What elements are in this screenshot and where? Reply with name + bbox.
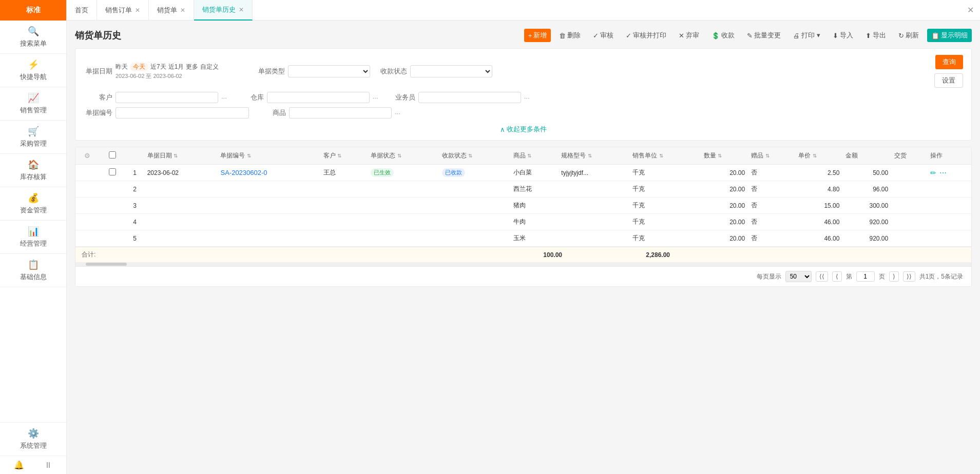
th-date[interactable]: 单据日期 ⇅ [144,147,218,165]
print-icon: 🖨 [793,32,800,40]
sidebar-item-finance[interactable]: 💰 资金管理 [0,187,66,221]
date-quick-1month[interactable]: 近1月 [168,63,184,71]
last-page-button[interactable]: ⟩⟩ [903,271,915,282]
abandon-button[interactable]: ✕ 弃审 [675,29,703,42]
sidebar-footer-icon2[interactable]: ⏸ [44,461,52,470]
date-quick-7days[interactable]: 近7天 [150,63,166,71]
filter-goods: 商品 ··· [257,107,400,118]
td-action: ✏ ⋯ [927,165,971,181]
sidebar-item-purchase[interactable]: 🛒 采购管理 [0,121,66,154]
th-unit-price[interactable]: 单价 ⇅ [795,147,842,165]
quick-nav-icon: ⚡ [28,59,39,70]
th-goods[interactable]: 商品 ⇅ [510,147,558,165]
per-page-select[interactable]: 50 10 20 100 [785,271,812,282]
filter-payment-status-select[interactable] [410,65,492,77]
th-doc-no[interactable]: 单据编号 ⇅ [217,147,320,165]
filter-customer-ellipsis[interactable]: ··· [221,94,227,102]
doc-no-link[interactable]: SA-20230602-0 [220,169,267,176]
tab-bar-close-all[interactable]: ✕ [961,5,980,15]
td-trade [891,198,927,214]
filter-doc-no-input[interactable] [116,107,249,118]
page-number-input[interactable] [856,271,875,282]
sort-unit-icon: ⇅ [659,153,663,159]
tab-sales-delivery-close[interactable]: ✕ [180,7,185,14]
td-amount: 300.00 [842,198,891,214]
import-icon: ⬇ [833,32,838,40]
footer-total-amount: 2,286.00 [629,251,670,259]
delete-button[interactable]: 🗑 删除 [555,29,585,42]
collect-label: 收款 [721,31,735,40]
sidebar-item-inventory[interactable]: 🏠 库存核算 [0,154,66,187]
export-icon: ⬆ [866,32,871,40]
th-doc-status[interactable]: 单据状态 ⇅ [368,147,439,165]
tab-sales-delivery[interactable]: 销货单 ✕ [149,0,194,21]
filter-warehouse-input[interactable] [267,92,370,103]
filter-customer-input[interactable] [116,92,218,103]
th-qty[interactable]: 数量 ⇅ [701,147,748,165]
sidebar-item-operations[interactable]: 📊 经营管理 [0,221,66,254]
delete-icon: 🗑 [559,32,566,40]
filter-goods-ellipsis[interactable]: ··· [395,109,400,117]
td-action [927,214,971,230]
horizontal-scrollbar[interactable] [75,262,971,266]
date-quick-custom[interactable]: 自定义 [200,63,219,71]
sidebar-item-basic-info[interactable]: 📋 基础信息 [0,254,66,287]
footer-label: 合计: [82,250,123,259]
print-button[interactable]: 🖨 打印 ▾ [789,29,824,42]
th-customer[interactable]: 客户 ⇅ [320,147,368,165]
column-settings-icon[interactable]: ⚙ [84,152,90,160]
sidebar-item-quick-nav[interactable]: ⚡ 快捷导航 [0,54,66,87]
filter-salesperson-ellipsis[interactable]: ··· [524,94,530,102]
filter-salesperson-input[interactable] [418,92,521,103]
tab-sales-history-label: 销货单历史 [202,5,236,14]
sidebar-item-system[interactable]: ⚙️ 系统管理 [0,422,66,456]
tab-sales-order[interactable]: 销售订单 ✕ [97,0,149,21]
td-settings [75,165,100,181]
th-payment-status[interactable]: 收款状态 ⇅ [439,147,510,165]
tab-sales-history[interactable]: 销货单历史 ✕ [194,0,253,21]
first-page-button[interactable]: ⟨⟨ [816,271,828,282]
date-quick-yesterday[interactable]: 昨天 [116,63,128,71]
finance-icon: 💰 [28,192,39,204]
more-action-btn[interactable]: ⋯ [939,169,947,177]
tab-home[interactable]: 首页 [67,0,97,21]
row-checkbox[interactable] [109,168,116,175]
td-unit-price: 4.80 [795,181,842,198]
search-menu-icon: 🔍 [28,26,39,37]
collapse-button[interactable]: ∧ 收起更多条件 [84,123,963,134]
edit-action-btn[interactable]: ✏ [930,169,936,177]
filter-doc-type-select[interactable] [288,65,370,77]
next-page-button[interactable]: ⟩ [889,271,899,282]
select-all-checkbox[interactable] [109,151,116,159]
collect-button[interactable]: 💲 收款 [707,29,739,42]
td-doc-status [368,230,439,247]
import-button[interactable]: ⬇ 导入 [829,29,857,42]
new-button[interactable]: + 新增 [524,29,551,42]
th-unit[interactable]: 销售单位 ⇅ [629,147,701,165]
scrollbar-thumb[interactable] [86,263,127,266]
filter-warehouse-ellipsis[interactable]: ··· [373,94,378,102]
filter-goods-input[interactable] [289,107,392,118]
filter-settings-button[interactable]: 设置 [934,73,963,88]
date-quick-today[interactable]: 今天 [130,63,148,71]
prev-page-button[interactable]: ⟨ [832,271,842,282]
audit-button[interactable]: ✓ 审核 [589,29,618,42]
tab-sales-order-close[interactable]: ✕ [135,7,140,14]
th-gift[interactable]: 赠品 ⇅ [748,147,795,165]
batch-change-button[interactable]: ✎ 批量变更 [743,29,785,42]
tab-sales-history-close[interactable]: ✕ [239,6,244,13]
refresh-button[interactable]: ↻ 刷新 [894,29,923,42]
td-goods: 西兰花 [510,181,558,198]
sidebar-item-search-menu[interactable]: 🔍 搜索菜单 [0,21,66,54]
show-detail-button[interactable]: 📋 显示明细 [927,29,972,42]
collect-icon: 💲 [712,32,720,40]
export-button[interactable]: ⬆ 导出 [861,29,890,42]
date-quick-more[interactable]: 更多 [186,63,198,71]
td-payment-status [439,198,510,214]
th-spec[interactable]: 规格型号 ⇅ [558,147,629,165]
audit-print-button[interactable]: ✓ 审核并打印 [622,29,670,42]
sidebar-item-sales[interactable]: 📈 销售管理 [0,87,66,121]
sidebar-footer-icon1[interactable]: 🔔 [14,460,24,470]
filter-customer: 客户 ··· [84,92,227,103]
query-button[interactable]: 查询 [935,55,963,69]
